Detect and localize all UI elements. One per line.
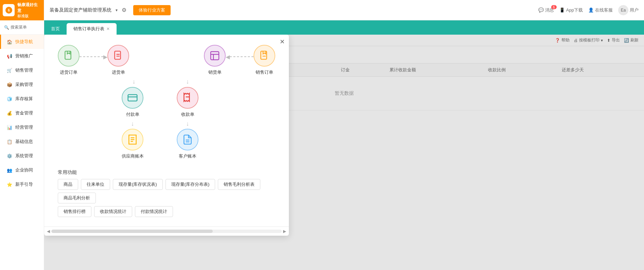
customer-ledger-circle[interactable] (177, 129, 198, 150)
star-icon: ⭐ (6, 181, 13, 187)
people-icon: 👥 (6, 167, 13, 173)
flow-node-purchase-order[interactable]: 进货订单 (58, 45, 80, 75)
common-btn-stock-status[interactable]: 现存量(库存状况表) (113, 179, 163, 190)
svg-rect-11 (128, 94, 137, 101)
flow-modal: ✕ 进货订单 (44, 35, 289, 236)
purchase-order-label: 进货订单 (60, 69, 77, 75)
tab-sales-order-label: 销售订单执行表 (73, 26, 104, 32)
common-btn-sales-ranking[interactable]: 销售排行榜 (58, 206, 91, 217)
common-buttons-row2: 销售排行榜 收款情况统计 付款情况统计 (58, 206, 275, 217)
common-btn-goods-gross[interactable]: 商品毛利分析 (58, 193, 96, 203)
sidebar-item-label: 系统管理 (15, 153, 33, 159)
payment-circle[interactable] (122, 87, 143, 109)
sidebar-item-label: 资金管理 (15, 110, 33, 116)
sidebar: 6 畅康通好生意 标准版 🔍 搜索菜单 🏠 快捷导航 📢 营销推广 � (0, 0, 44, 270)
sales-order-label: 销售订单 (256, 69, 273, 75)
search-menu-button[interactable]: 🔍 搜索菜单 (3, 23, 41, 32)
trial-button[interactable]: 体验行业方案 (133, 5, 171, 15)
sidebar-item-system[interactable]: ⚙️ 系统管理 (0, 149, 44, 163)
common-btn-contacts[interactable]: 往来单位 (81, 179, 110, 190)
flow-node-purchase-bill[interactable]: 进货单 (107, 45, 129, 75)
sidebar-nav: 🏠 快捷导航 📢 营销推广 🛒 销售管理 📦 采购管理 🧊 库存核算 💰 (0, 35, 44, 270)
tab-home-label: 首页 (51, 26, 60, 32)
main-area: 装备及固定资产辅助管理系统 ▾ ⚙ 体验行业方案 💬 消息 6 📱 App下载 … (44, 0, 644, 270)
cube-icon: 🧊 (6, 96, 13, 102)
tab-sales-order[interactable]: 销售订单执行表 ✕ (67, 23, 117, 35)
wallet-icon: 💰 (6, 110, 13, 116)
logo-title: 畅康通好生意 (17, 2, 41, 14)
flow-node-payment[interactable]: 付款单 (122, 87, 143, 118)
message-button[interactable]: 💬 消息 6 (538, 7, 554, 13)
scrollbar-left-button[interactable]: ◀ (47, 229, 50, 234)
svg-text:6: 6 (8, 8, 10, 12)
user-menu[interactable]: Ea 用户 (618, 5, 639, 15)
package-icon: 📦 (6, 82, 13, 88)
sidebar-item-label: 经营管理 (15, 124, 33, 130)
sidebar-item-purchase[interactable]: 📦 采购管理 (0, 77, 44, 92)
purchase-bill-label: 进货单 (112, 69, 125, 75)
shopping-cart-icon: 🛒 (6, 67, 13, 73)
common-btn-receipt-stats[interactable]: 收款情况统计 (94, 206, 132, 217)
sidebar-item-label: 基础信息 (15, 139, 33, 145)
scrollbar-right-button[interactable]: ▶ (283, 229, 286, 234)
payment-label: 付款单 (126, 111, 139, 118)
system-title: 装备及固定资产辅助管理系统 (50, 7, 111, 13)
common-btn-sales-analysis[interactable]: 销售毛利分析表 (218, 179, 260, 190)
header-dropdown-button[interactable]: ▾ (116, 8, 118, 13)
main-content: ❓ 帮助 🖨 按模板打印 ▾ ⬆ 导出 🔄 刷新 (44, 35, 644, 270)
avatar: Ea (618, 5, 628, 15)
sales-bill-circle[interactable] (204, 45, 226, 67)
sidebar-item-inventory[interactable]: 🧊 库存核算 (0, 92, 44, 106)
megaphone-icon: 📢 (6, 53, 13, 59)
search-icon: 🔍 (4, 25, 9, 30)
svg-rect-3 (115, 51, 120, 59)
message-icon: 💬 (538, 7, 544, 13)
common-buttons-row1: 商品 往来单位 现存量(库存状况表) 现存量(库存分布表) 销售毛利分析表 商品… (58, 179, 275, 203)
supplier-ledger-circle[interactable] (122, 129, 143, 150)
flow-node-sales-order[interactable]: 销售订单 (254, 45, 275, 75)
message-badge: 6 (551, 5, 557, 9)
flow-node-receipt[interactable]: 收款单 (177, 87, 198, 118)
flow-node-sales-bill[interactable]: 销货单 (204, 45, 226, 75)
phone-icon: 📱 (559, 7, 565, 13)
purchase-order-circle[interactable] (58, 45, 80, 67)
chart-icon: 📊 (6, 124, 13, 130)
tab-close-button[interactable]: ✕ (106, 26, 110, 31)
scrollbar-track[interactable] (51, 230, 282, 233)
sidebar-item-collab[interactable]: 👥 企业协同 (0, 163, 44, 177)
sidebar-item-operations[interactable]: 📊 经营管理 (0, 120, 44, 134)
sidebar-item-base[interactable]: 📋 基础信息 (0, 134, 44, 149)
sidebar-item-quick[interactable]: 🏠 快捷导航 (0, 35, 44, 49)
receipt-circle[interactable] (177, 87, 198, 109)
scrollbar-thumb (51, 230, 213, 233)
common-section: 常用功能 商品 往来单位 现存量(库存状况表) 现存量(库存分布表) 销售毛利分… (44, 166, 289, 227)
header-right: 💬 消息 6 📱 App下载 👤 在线客服 Ea 用户 (538, 5, 639, 15)
sidebar-item-sales[interactable]: 🛒 销售管理 (0, 63, 44, 77)
sidebar-item-marketing[interactable]: 📢 营销推广 (0, 49, 44, 63)
sales-order-circle[interactable] (254, 45, 275, 67)
purchase-bill-circle[interactable] (107, 45, 129, 67)
tab-bar: 首页 销售订单执行表 ✕ (44, 20, 644, 35)
service-icon: 👤 (588, 7, 594, 13)
supplier-ledger-label: 供应商账本 (122, 153, 144, 159)
sidebar-item-finance[interactable]: 💰 资金管理 (0, 106, 44, 120)
flow-node-customer-ledger[interactable]: 客户账本 (177, 129, 198, 159)
tab-home[interactable]: 首页 (44, 23, 67, 35)
common-btn-payment-stats[interactable]: 付款情况统计 (135, 206, 173, 217)
online-service-button[interactable]: 👤 在线客服 (588, 7, 613, 13)
flow-node-supplier-ledger[interactable]: 供应商账本 (122, 129, 144, 159)
sidebar-item-label: 快捷导航 (15, 39, 33, 45)
common-btn-stock-dist[interactable]: 现存量(库存分布表) (166, 179, 215, 190)
common-functions-title: 常用功能 (58, 169, 275, 176)
table-icon: 📋 (6, 139, 13, 145)
sidebar-item-guide[interactable]: ⭐ 新手引导 (0, 177, 44, 192)
settings-button[interactable]: ⚙ (122, 7, 126, 13)
sidebar-item-label: 营销推广 (15, 53, 33, 59)
modal-overlay: ✕ 进货订单 (44, 35, 644, 270)
common-btn-goods[interactable]: 商品 (58, 179, 78, 190)
sidebar-search-area: 🔍 搜索菜单 (0, 20, 44, 35)
user-label: 用户 (630, 7, 639, 13)
modal-close-button[interactable]: ✕ (280, 38, 285, 46)
logo-sub: 标准版 (17, 14, 41, 19)
app-download-button[interactable]: 📱 App下载 (559, 7, 583, 13)
